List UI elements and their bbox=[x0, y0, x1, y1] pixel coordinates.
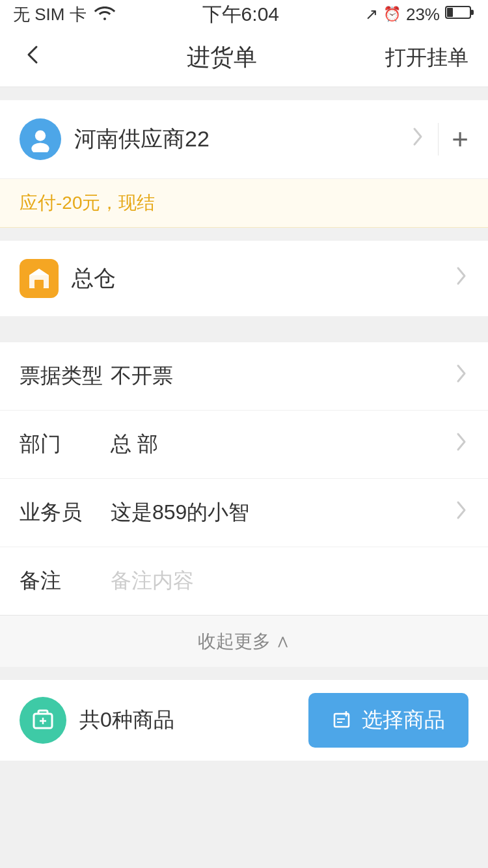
warehouse-row[interactable]: 总仓 bbox=[0, 241, 488, 316]
form-section: 票据类型 不开票 部门 总 部 业务员 这是859的小智 bbox=[0, 342, 488, 667]
supplier-chevron-icon bbox=[409, 125, 425, 154]
department-row[interactable]: 部门 总 部 bbox=[0, 410, 488, 478]
status-bar-right: ↗ ⏰ 23% bbox=[365, 5, 475, 25]
section-gap-2 bbox=[0, 228, 488, 241]
supplier-name: 河南供应商22 bbox=[74, 124, 409, 154]
status-bar-time: 下午6:04 bbox=[202, 1, 279, 28]
warehouse-name: 总仓 bbox=[72, 264, 453, 293]
svg-point-3 bbox=[35, 130, 46, 141]
wifi-icon bbox=[93, 3, 116, 25]
section-gap-3 bbox=[0, 316, 488, 329]
status-bar-left: 无 SIM 卡 bbox=[13, 3, 116, 26]
remark-label: 备注 bbox=[20, 567, 111, 595]
supplier-avatar bbox=[20, 118, 61, 160]
collapse-bar[interactable]: 收起更多 ∧ bbox=[0, 615, 488, 667]
section-gap-1 bbox=[0, 87, 488, 100]
department-value: 总 部 bbox=[111, 430, 453, 459]
salesperson-label: 业务员 bbox=[20, 498, 111, 527]
salesperson-value: 这是859的小智 bbox=[111, 498, 453, 527]
collapse-text: 收起更多 ∧ bbox=[198, 629, 291, 654]
supplier-card: 河南供应商22 + 应付-20元，现结 bbox=[0, 100, 488, 228]
svg-rect-5 bbox=[34, 280, 44, 288]
remark-input[interactable]: 备注内容 bbox=[111, 567, 468, 595]
status-bar: 无 SIM 卡 下午6:04 ↗ ⏰ 23% bbox=[0, 0, 488, 29]
page-title: 进货单 bbox=[187, 42, 257, 74]
alarm-icon: ⏰ bbox=[383, 6, 401, 23]
svg-point-4 bbox=[31, 142, 49, 152]
open-pending-button[interactable]: 打开挂单 bbox=[385, 44, 468, 72]
supplier-row[interactable]: 河南供应商22 + bbox=[0, 100, 488, 179]
notice-bar: 应付-20元，现结 bbox=[0, 179, 488, 228]
notice-text: 应付-20元，现结 bbox=[20, 193, 155, 213]
ticket-type-value: 不开票 bbox=[111, 362, 453, 390]
nav-bar: 进货单 打开挂单 bbox=[0, 29, 488, 87]
sim-label: 无 SIM 卡 bbox=[13, 3, 87, 26]
location-icon: ↗ bbox=[365, 5, 378, 23]
svg-rect-1 bbox=[470, 10, 474, 15]
battery-percent: 23% bbox=[406, 5, 440, 25]
salesperson-chevron-icon bbox=[453, 498, 468, 527]
add-supplier-button[interactable]: + bbox=[438, 123, 468, 156]
battery-icon bbox=[445, 5, 475, 25]
product-bar: 共0种商品 选择商品 bbox=[0, 680, 488, 761]
department-label: 部门 bbox=[20, 430, 111, 459]
product-icon bbox=[20, 697, 66, 744]
salesperson-row[interactable]: 业务员 这是859的小智 bbox=[0, 478, 488, 547]
warehouse-icon bbox=[20, 259, 59, 298]
warehouse-card: 总仓 bbox=[0, 241, 488, 316]
ticket-type-chevron-icon bbox=[453, 362, 468, 390]
main-content: 河南供应商22 + 应付-20元，现结 总仓 bbox=[0, 87, 488, 868]
svg-rect-2 bbox=[447, 8, 453, 17]
ticket-type-label: 票据类型 bbox=[20, 362, 111, 390]
product-count: 共0种商品 bbox=[79, 706, 308, 735]
remark-row[interactable]: 备注 备注内容 bbox=[0, 547, 488, 615]
warehouse-chevron-icon bbox=[453, 264, 468, 293]
select-product-button[interactable]: 选择商品 bbox=[308, 693, 468, 748]
back-button[interactable] bbox=[20, 42, 59, 74]
ticket-type-row[interactable]: 票据类型 不开票 bbox=[0, 342, 488, 410]
select-product-label: 选择商品 bbox=[362, 706, 445, 735]
department-chevron-icon bbox=[453, 430, 468, 459]
